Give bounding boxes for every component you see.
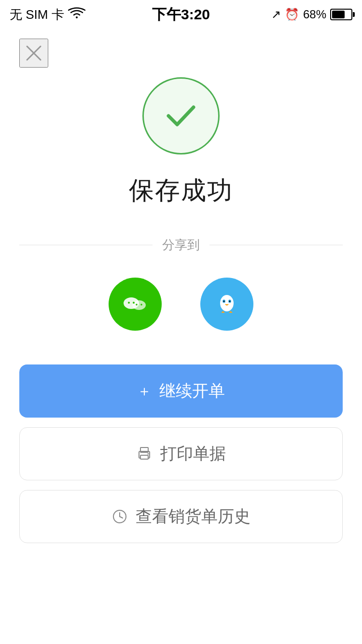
status-bar: 无 SIM 卡 下午3:20 ↗ ⏰ 68%: [0, 0, 362, 29]
action-buttons-container: ＋ 继续开单 打印单据: [19, 364, 343, 543]
svg-point-3: [132, 300, 146, 310]
battery-fill: [332, 11, 345, 18]
carrier-text: 无 SIM 卡: [10, 6, 64, 23]
svg-point-16: [148, 453, 149, 455]
svg-point-5: [133, 302, 135, 304]
qq-icon: [212, 290, 241, 319]
svg-point-12: [229, 301, 231, 302]
print-label: 打印单据: [160, 443, 226, 465]
check-icon: [162, 96, 200, 136]
share-buttons-container: [109, 278, 253, 331]
main-content: 保存成功 分享到: [0, 29, 362, 644]
battery-text: 68%: [303, 8, 326, 21]
battery-icon: [330, 9, 352, 20]
wechat-icon: [121, 290, 150, 319]
svg-point-6: [136, 304, 138, 306]
success-title: 保存成功: [129, 174, 233, 208]
svg-point-4: [128, 302, 130, 304]
history-button[interactable]: 查看销货单历史: [19, 490, 343, 543]
success-circle: [142, 77, 220, 154]
svg-point-10: [223, 301, 225, 302]
status-right: ↗ ⏰ 68%: [271, 8, 352, 21]
share-label: 分享到: [162, 237, 200, 253]
svg-rect-15: [140, 455, 148, 459]
share-qq-button[interactable]: [200, 278, 253, 331]
clock-icon: [111, 508, 128, 525]
svg-point-7: [140, 304, 142, 306]
alarm-icon: ⏰: [285, 8, 299, 21]
location-icon: ↗: [271, 8, 281, 21]
status-left: 无 SIM 卡: [10, 6, 85, 23]
close-button[interactable]: [19, 39, 48, 68]
share-divider: 分享到: [19, 237, 343, 253]
print-button[interactable]: 打印单据: [19, 427, 343, 480]
svg-point-8: [220, 295, 234, 311]
divider-left: [19, 245, 153, 245]
history-label: 查看销货单历史: [136, 505, 251, 528]
divider-right: [209, 245, 343, 245]
continue-order-button[interactable]: ＋ 继续开单: [19, 364, 343, 418]
wifi-icon: [68, 7, 85, 23]
share-wechat-button[interactable]: [109, 278, 162, 331]
plus-icon: ＋: [137, 381, 152, 401]
status-time: 下午3:20: [152, 5, 210, 25]
close-icon: [25, 44, 42, 62]
svg-line-19: [120, 517, 123, 518]
continue-order-label: 继续开单: [159, 380, 225, 402]
printer-icon: [136, 446, 153, 462]
